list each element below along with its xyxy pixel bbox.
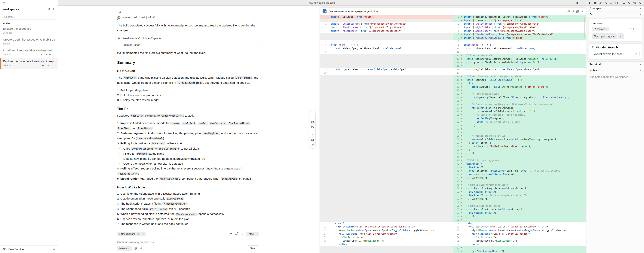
- workspace-item[interactable]: Explore the codebase I want you to exp7h…: [0, 58, 58, 69]
- collapse-file-icon[interactable]: [581, 10, 584, 13]
- chevron-down-icon: [255, 233, 258, 235]
- workspace-item[interactable]: Create Good First Issues on Github So p6…: [0, 36, 58, 47]
- diff-line: 52+ loadPlans(); // Refresh to update tr…: [453, 194, 586, 197]
- gear-icon[interactable]: [638, 1, 641, 4]
- terminal-icon[interactable]: [604, 1, 608, 4]
- expand-terminal-icon[interactable]: [635, 63, 638, 66]
- list-item: 1. Imports: Added necessary imports for …: [117, 121, 259, 131]
- diff-line: [320, 148, 453, 152]
- diff-new-column: 1+import { useState, useEffect, useRef, …: [453, 15, 586, 253]
- separator: [311, 131, 314, 131]
- working-branch-field[interactable]: vk/3ccf-explore-the-code: [592, 51, 640, 57]
- changes-label: Changes: [590, 7, 601, 10]
- monitor-icon[interactable]: [610, 1, 613, 4]
- version-dropdown[interactable]: Latest: [246, 232, 259, 236]
- diff-line: 3import { RightSidebar } from "@/compone…: [320, 26, 453, 29]
- list-item: 7. The response is written back and the …: [117, 222, 259, 226]
- notes-section-header[interactable]: Notes: [587, 68, 644, 73]
- diff-line: [320, 141, 453, 145]
- workspace-item[interactable]: Explore the codebase35m ago: [0, 25, 58, 36]
- view-archive-button[interactable]: View Archive 0: [0, 246, 58, 253]
- new-workspace-icon[interactable]: [52, 8, 55, 10]
- composer: 2 files changed +61 -3 Latest: [58, 230, 318, 253]
- chat-scroll-area[interactable]: npm run build 2>&1 | tail -80The build c…: [58, 6, 318, 230]
- collapse-sidebar-icon[interactable]: [8, 2, 11, 4]
- git-compare-icon[interactable]: [311, 144, 314, 147]
- diff-line: 15+: [453, 64, 586, 68]
- lines-removed: -3: [142, 232, 144, 235]
- updated-todos-row[interactable]: Updated Todos: [117, 42, 259, 48]
- git-branch-icon: [592, 46, 594, 49]
- diff-line: 43+ useEffect(() => {: [453, 162, 586, 166]
- inline-code: Pending: [136, 152, 148, 156]
- image-off-icon[interactable]: [311, 120, 314, 123]
- diff-line: 60 return (: [453, 222, 586, 225]
- chevrons-up-icon[interactable]: [581, 1, 584, 4]
- inline-code: pendingPlan: [202, 132, 219, 135]
- panel-right-icon[interactable]: [615, 1, 618, 4]
- open-pr-button[interactable]: Open pull request: [592, 34, 617, 39]
- diff-line: 13+ const [pendingPlan, setPendingPlan] …: [453, 57, 586, 61]
- list-item: •Detects new plans by comparing against …: [117, 156, 259, 161]
- run-command-row[interactable]: npm run build 2>&1 | tail -80: [117, 14, 259, 21]
- diff-line: 46+ return () => clearInterval(interval)…: [453, 173, 586, 176]
- diff-line: [320, 250, 453, 253]
- git-compare-icon[interactable]: [599, 1, 602, 4]
- titlebar: vk/3ccf-explore-the-code: [58, 0, 644, 6]
- diff-line: 8: [453, 40, 586, 43]
- diff-scrollbar[interactable]: [584, 17, 586, 38]
- send-button[interactable]: Send: [247, 246, 259, 251]
- monitor-icon[interactable]: [311, 138, 314, 142]
- thread-connector: [117, 6, 259, 14]
- git-section-header[interactable]: Git: [587, 12, 644, 17]
- chat-icon[interactable]: [594, 1, 597, 4]
- workspace-item[interactable]: Install and integrate Vibe Kanban Web7h …: [0, 47, 58, 58]
- stack-view-icon[interactable]: [47, 8, 50, 10]
- diff-line: 20+ try {: [453, 82, 586, 85]
- files-changed-pill[interactable]: 2 files changed +61 -3: [117, 232, 146, 236]
- diff-line: 42+ // Poll for pending plans: [453, 158, 586, 162]
- spark-icon[interactable]: [230, 232, 232, 235]
- diff-line: 1+import { useState, useEffect, useRef, …: [453, 15, 586, 19]
- more-actions-icon[interactable]: [637, 28, 640, 30]
- pr-options-button[interactable]: [618, 34, 624, 39]
- attach-icon[interactable]: [134, 247, 137, 250]
- chat-panel: npm run build 2>&1 | tail -80The build c…: [58, 6, 318, 253]
- help-icon[interactable]: [633, 1, 636, 4]
- megaphone-icon[interactable]: [628, 1, 631, 4]
- menu-icon[interactable]: [622, 1, 626, 4]
- diff-line: 41+: [453, 155, 586, 159]
- hide-whitespace-icon[interactable]: [576, 10, 579, 13]
- diff-line: 14 <div className="flex flex-1 overflow-…: [320, 232, 453, 236]
- diff-line: 39+ }: [453, 148, 586, 152]
- play-icon[interactable]: [311, 133, 314, 136]
- diff-line: 65 {sidebarOpen && <RightSidebar />}: [453, 239, 586, 243]
- model-dropdown[interactable]: Default: [117, 246, 132, 251]
- search-input[interactable]: [2, 14, 56, 20]
- notes-placeholder[interactable]: Add notes about this workspace...: [587, 73, 644, 81]
- changes-section-header[interactable]: Changes: [587, 6, 644, 12]
- list-item: 1. Poll for pending plans: [117, 88, 259, 93]
- todos-icon[interactable]: [235, 232, 238, 235]
- diff-line: 53+ }, [loadPlans]);: [453, 197, 586, 201]
- diff-file-header[interactable]: TS /medusa/medusa/src/pages/Agent.tsx +5…: [320, 8, 586, 15]
- pause-icon[interactable]: [576, 1, 579, 4]
- panel-left-icon[interactable]: [588, 1, 592, 4]
- diff-line: [320, 145, 453, 148]
- terminal-section-header[interactable]: Terminal: [587, 62, 644, 68]
- chevron-down-icon: [620, 35, 622, 37]
- repo-card: medusa master 1: [589, 19, 642, 42]
- archive-icon[interactable]: [2, 2, 6, 4]
- drag-handle-icon[interactable]: [311, 112, 314, 116]
- annotate-icon[interactable]: [140, 247, 143, 250]
- diff-line: [320, 19, 453, 22]
- read-file-row[interactable]: Read medusa/src/pages/Agent.tsx: [117, 35, 259, 42]
- copy-icon[interactable]: [311, 126, 314, 128]
- branch-dropdown[interactable]: master: [592, 27, 610, 31]
- diff-line: [320, 96, 453, 99]
- chevron-down-icon[interactable]: [257, 44, 259, 46]
- message-input[interactable]: [117, 240, 259, 245]
- paragraph: I updated Agent.tsx (medusa/src/pages/Ag…: [117, 113, 259, 118]
- git-section-body: medusa master 1: [587, 17, 644, 62]
- edit-branch-icon[interactable]: [635, 53, 638, 55]
